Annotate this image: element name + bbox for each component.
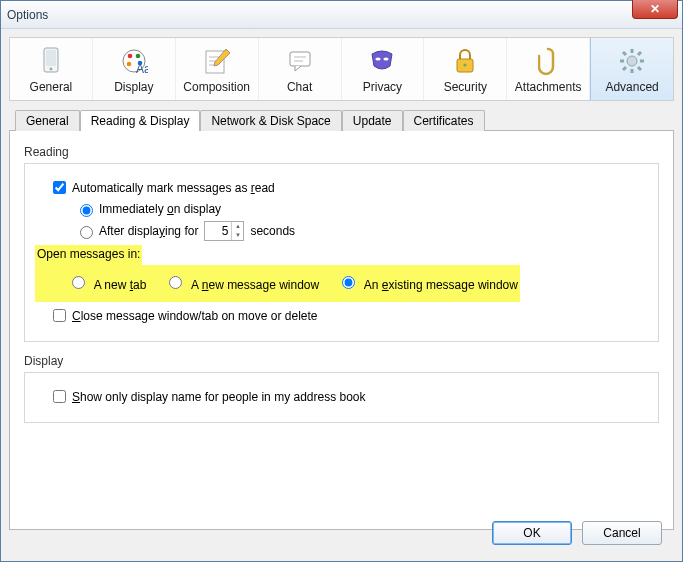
immediate-label: Immediately on display	[99, 202, 221, 216]
display-group: Show only display name for people in my …	[24, 372, 659, 423]
titlebar: Options ✕	[1, 1, 682, 29]
auto-mark-label: Automatically mark messages as read	[72, 181, 275, 195]
gear-icon	[595, 46, 669, 76]
category-label: General	[14, 80, 88, 94]
tab-general[interactable]: General	[15, 110, 80, 131]
tab-strip: GeneralReading & DisplayNetwork & Disk S…	[9, 109, 674, 130]
category-label: Privacy	[346, 80, 420, 94]
svg-text:Aa: Aa	[136, 62, 148, 75]
chat-icon	[263, 46, 337, 76]
category-privacy[interactable]: Privacy	[342, 38, 425, 100]
svg-point-7	[127, 62, 132, 67]
open-new-window: A new message window	[164, 273, 319, 292]
open-messages-label: Open messages in:	[35, 245, 142, 265]
tab-certificates[interactable]: Certificates	[403, 110, 485, 131]
svg-rect-13	[290, 52, 310, 66]
category-advanced[interactable]: Advanced	[590, 38, 673, 100]
svg-point-19	[464, 63, 467, 66]
tab-reading-display[interactable]: Reading & Display	[80, 110, 201, 131]
display-group-label: Display	[24, 354, 659, 368]
auto-mark-row: Automatically mark messages as read	[49, 178, 648, 197]
category-label: Security	[428, 80, 502, 94]
category-label: Chat	[263, 80, 337, 94]
category-label: Display	[97, 80, 171, 94]
svg-line-26	[638, 67, 641, 70]
immediate-radio[interactable]	[80, 204, 93, 217]
seconds-unit: seconds	[250, 224, 295, 238]
svg-line-25	[623, 52, 626, 55]
open-new-tab-radio[interactable]	[72, 276, 85, 289]
category-label: Attachments	[511, 80, 585, 94]
tab-update[interactable]: Update	[342, 110, 403, 131]
category-display[interactable]: AaDisplay	[93, 38, 176, 100]
palette-icon: Aa	[97, 46, 171, 76]
svg-point-17	[384, 57, 389, 60]
category-label: Composition	[180, 80, 254, 94]
svg-line-27	[623, 67, 626, 70]
tab-network-disk-space[interactable]: Network & Disk Space	[200, 110, 341, 131]
svg-point-4	[128, 54, 133, 59]
category-toolbar: GeneralAaDisplayCompositionChatPrivacySe…	[9, 37, 674, 101]
phone-icon	[14, 46, 88, 76]
close-on-move-row: Close message window/tab on move or dele…	[49, 306, 648, 325]
button-bar: OK Cancel	[492, 521, 662, 545]
open-existing-window-radio[interactable]	[342, 276, 355, 289]
seconds-spinner[interactable]: ▲▼	[204, 221, 244, 241]
reading-group-label: Reading	[24, 145, 659, 159]
compose-icon	[180, 46, 254, 76]
category-composition[interactable]: Composition	[176, 38, 259, 100]
svg-line-28	[638, 52, 641, 55]
show-only-name-row: Show only display name for people in my …	[49, 387, 648, 406]
after-row: After displaying for ▲▼ seconds	[75, 221, 648, 241]
category-label: Advanced	[595, 80, 669, 94]
lock-icon	[428, 46, 502, 76]
show-only-name-checkbox[interactable]	[53, 390, 66, 403]
category-general[interactable]: General	[10, 38, 93, 100]
mask-icon	[346, 46, 420, 76]
category-attachments[interactable]: Attachments	[507, 38, 590, 100]
client-area: GeneralAaDisplayCompositionChatPrivacySe…	[1, 29, 682, 538]
after-radio[interactable]	[80, 226, 93, 239]
close-icon: ✕	[650, 2, 660, 16]
tab-panel-reading-display: Reading Automatically mark messages as r…	[9, 130, 674, 530]
svg-point-5	[136, 54, 141, 59]
spinner-arrows[interactable]: ▲▼	[231, 222, 243, 240]
after-label: After displaying for	[99, 224, 198, 238]
open-existing-window: An existing message window	[337, 273, 518, 292]
svg-rect-1	[46, 50, 56, 66]
svg-point-2	[50, 68, 53, 71]
category-chat[interactable]: Chat	[259, 38, 342, 100]
cancel-button[interactable]: Cancel	[582, 521, 662, 545]
close-button[interactable]: ✕	[632, 0, 678, 19]
reading-group: Automatically mark messages as read Imme…	[24, 163, 659, 342]
options-window: Options ✕ GeneralAaDisplayCompositionCha…	[0, 0, 683, 562]
window-title: Options	[7, 8, 48, 22]
immediate-row: Immediately on display	[75, 201, 648, 217]
open-options-row: A new tab A new message window An existi…	[67, 273, 518, 292]
show-only-name-label: Show only display name for people in my …	[72, 390, 366, 404]
seconds-input[interactable]	[205, 222, 231, 240]
category-security[interactable]: Security	[424, 38, 507, 100]
open-options-row-wrap: A new tab A new message window An existi…	[35, 265, 648, 302]
clip-icon	[511, 46, 585, 76]
open-new-window-radio[interactable]	[169, 276, 182, 289]
close-on-move-label: Close message window/tab on move or dele…	[72, 309, 317, 323]
close-on-move-checkbox[interactable]	[53, 309, 66, 322]
open-new-tab: A new tab	[67, 273, 146, 292]
svg-point-20	[627, 56, 637, 66]
open-messages-label-row: Open messages in:	[35, 245, 648, 265]
ok-button[interactable]: OK	[492, 521, 572, 545]
svg-point-16	[376, 57, 381, 60]
auto-mark-checkbox[interactable]	[53, 181, 66, 194]
